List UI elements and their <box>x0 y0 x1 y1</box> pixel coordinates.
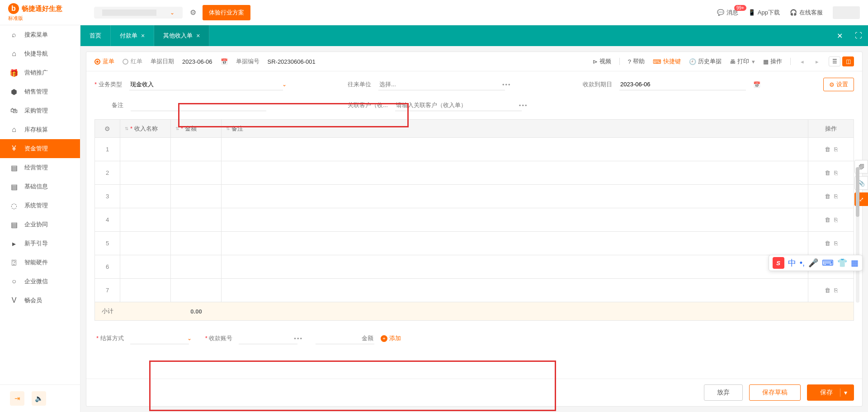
ime-skin-icon[interactable]: 👕 <box>837 258 847 268</box>
delete-icon[interactable]: 🗑 <box>825 193 830 200</box>
tab-expand-button[interactable]: ⛶ <box>849 32 868 40</box>
history-link[interactable]: 🕘历史单据 <box>689 57 722 66</box>
phone-icon: 📱 <box>748 9 755 16</box>
delete-icon[interactable]: 🗑 <box>825 169 830 176</box>
chevron-down-icon[interactable]: ⌄ <box>187 335 192 342</box>
ime-punct-icon[interactable]: •, <box>800 258 805 268</box>
sidebar-item-0[interactable]: ⌕搜索菜单 <box>0 25 80 44</box>
sort-icon[interactable]: ⇅ <box>175 126 179 131</box>
tab-close-icon[interactable]: × <box>196 32 200 39</box>
table-row[interactable]: 5🗑⎘ <box>95 232 854 255</box>
tab-0[interactable]: 首页 <box>80 25 111 46</box>
bill-date-value[interactable]: 2023-06-06 <box>182 58 212 65</box>
sidebar-icon: ⬢ <box>10 88 18 96</box>
sidebar-item-2[interactable]: 🎁营销推广 <box>0 63 80 82</box>
copy-icon[interactable]: ⎘ <box>834 193 838 200</box>
tab-close-icon[interactable]: × <box>141 32 145 39</box>
ime-toolbar[interactable]: S 中 •, 🎤 ⌨ 👕 ▦ <box>769 255 863 271</box>
due-date-input[interactable] <box>619 79 746 90</box>
sidebar-sound-button[interactable]: 🔈 <box>32 391 46 406</box>
prev-bill-button[interactable]: ◂ <box>799 58 806 65</box>
add-payment-button[interactable]: +添加 <box>381 334 401 342</box>
sidebar-item-4[interactable]: 🛍采购管理 <box>0 101 80 120</box>
messages-button[interactable]: 💬 消息 99+ <box>717 9 738 17</box>
partner-select[interactable] <box>378 79 505 90</box>
sidebar-icon: ⌕ <box>10 31 18 39</box>
tab-close-button[interactable]: ✕ <box>830 32 849 40</box>
copy-icon[interactable]: ⎘ <box>834 146 838 153</box>
table-row[interactable]: 6🗑⎘ <box>95 255 854 279</box>
online-service-button[interactable]: 🎧 在线客服 <box>790 9 823 17</box>
settings-button[interactable]: ⚙设置 <box>823 78 854 91</box>
sort-icon[interactable]: ⇅ <box>125 126 128 131</box>
next-bill-button[interactable]: ▸ <box>814 58 821 65</box>
sidebar-item-13[interactable]: ○企业微信 <box>0 272 80 291</box>
tab-2[interactable]: 其他收入单× <box>154 25 209 46</box>
view-detail-button[interactable]: ◫ <box>842 56 854 66</box>
table-row[interactable]: 2🗑⎘ <box>95 161 854 185</box>
remark-input[interactable] <box>131 99 266 111</box>
copy-icon[interactable]: ⎘ <box>834 240 838 247</box>
table-row[interactable]: 3🗑⎘ <box>95 185 854 208</box>
sidebar-item-3[interactable]: ⬢销售管理 <box>0 82 80 101</box>
operate-button[interactable]: ▦操作 <box>763 57 782 66</box>
sidebar-item-6[interactable]: ¥资金管理 <box>0 139 80 158</box>
sidebar: ⌕搜索菜单⌂快捷导航🎁营销推广⬢销售管理🛍采购管理⌂库存核算¥资金管理▤经营管理… <box>0 25 80 412</box>
chevron-down-icon[interactable]: ⌄ <box>282 81 287 88</box>
copy-icon[interactable]: ⎘ <box>834 169 838 176</box>
delete-icon[interactable]: 🗑 <box>825 146 830 153</box>
sort-icon[interactable]: ⇅ <box>226 126 230 131</box>
solution-button[interactable]: 体验行业方案 <box>203 5 250 20</box>
delete-icon[interactable]: 🗑 <box>825 240 830 247</box>
more-icon[interactable]: ••• <box>294 335 303 342</box>
save-button[interactable]: 保存▾ <box>807 384 854 401</box>
delete-icon[interactable]: 🗑 <box>825 216 830 223</box>
sidebar-item-9[interactable]: ◌系统管理 <box>0 196 80 215</box>
pay-account-select[interactable] <box>239 332 297 344</box>
sidebar-item-7[interactable]: ▤经营管理 <box>0 158 80 177</box>
ime-tools-icon[interactable]: ▦ <box>851 258 859 268</box>
ime-lang[interactable]: 中 <box>788 258 796 268</box>
settle-method-select[interactable] <box>130 332 189 344</box>
save-draft-button[interactable]: 保存草稿 <box>749 384 801 401</box>
calendar-icon[interactable]: 📅 <box>753 81 760 88</box>
gear-icon[interactable]: ⚙ <box>190 8 196 17</box>
sidebar-item-5[interactable]: ⌂库存核算 <box>0 120 80 139</box>
help-link[interactable]: ?帮助 <box>628 57 645 66</box>
print-button[interactable]: 🖶打印▾ <box>730 57 755 66</box>
tab-1[interactable]: 付款单× <box>111 25 154 46</box>
sidebar-item-11[interactable]: ▸新手引导 <box>0 234 80 253</box>
gear-icon[interactable]: ⚙ <box>104 125 110 132</box>
rel-customer-input[interactable] <box>395 99 522 111</box>
table-row[interactable]: 1🗑⎘ <box>95 138 854 161</box>
sidebar-item-10[interactable]: ▤企业协同 <box>0 215 80 234</box>
org-selector[interactable]: ⌄ <box>94 7 183 19</box>
table-row[interactable]: 7🗑⎘ <box>95 279 854 302</box>
calendar-icon[interactable]: 📅 <box>221 58 228 65</box>
app-download-button[interactable]: 📱 App下载 <box>748 9 780 17</box>
sidebar-item-8[interactable]: ▤基础信息 <box>0 177 80 196</box>
more-icon[interactable]: ••• <box>519 102 528 109</box>
radio-blue[interactable]: 蓝单 <box>94 57 114 66</box>
biz-type-select[interactable] <box>129 79 283 90</box>
delete-icon[interactable]: 🗑 <box>825 287 830 294</box>
table-row[interactable]: 4🗑⎘ <box>95 208 854 232</box>
view-list-button[interactable]: ☰ <box>829 56 840 66</box>
sidebar-item-14[interactable]: V畅会员 <box>0 291 80 310</box>
sidebar-item-1[interactable]: ⌂快捷导航 <box>0 44 80 63</box>
sidebar-icon: ⌂ <box>10 50 18 58</box>
copy-icon[interactable]: ⎘ <box>834 287 838 294</box>
ime-mic-icon[interactable]: 🎤 <box>808 258 818 268</box>
video-link[interactable]: ⊳视频 <box>593 57 611 66</box>
grid-scrollbar[interactable] <box>856 167 859 303</box>
ime-keyboard-icon[interactable]: ⌨ <box>822 258 834 268</box>
copy-icon[interactable]: ⎘ <box>834 216 838 223</box>
shortcut-link[interactable]: ⌨快捷键 <box>653 57 681 66</box>
sidebar-collapse-button[interactable]: ⇥ <box>10 391 24 406</box>
discard-button[interactable]: 放弃 <box>704 384 743 401</box>
radio-red[interactable]: 红单 <box>123 57 142 66</box>
pay-amount-input[interactable] <box>316 332 374 344</box>
more-icon[interactable]: ••• <box>502 81 511 88</box>
sidebar-item-12[interactable]: ⍰智能硬件 <box>0 253 80 272</box>
user-avatar[interactable] <box>833 6 860 19</box>
